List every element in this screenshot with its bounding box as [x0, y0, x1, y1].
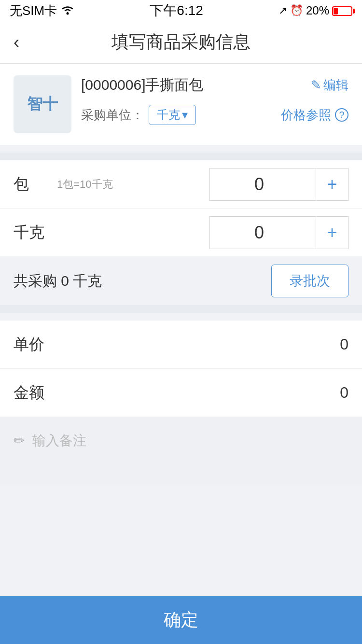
- bag-sublabel: 1包=10千克: [57, 177, 209, 192]
- amount-row: 金额 0: [0, 369, 362, 417]
- kg-input-row: 千克 +: [0, 209, 362, 257]
- amount-label: 金额: [14, 382, 44, 404]
- price-section: 单价 0 金额 0: [0, 321, 362, 417]
- location-icon: ↗: [278, 4, 287, 17]
- bag-label: 包: [14, 174, 52, 195]
- price-ref-icon: ?: [335, 108, 348, 122]
- kg-input[interactable]: [209, 216, 316, 249]
- section-divider-2: [0, 305, 362, 313]
- purchase-unit-row: 采购单位： 千克 ▾ 价格参照 ?: [81, 105, 348, 125]
- bag-input[interactable]: [209, 168, 316, 201]
- bag-input-row: 包 1包=10千克 +: [0, 160, 362, 209]
- nav-bar: ‹ 填写商品采购信息: [0, 21, 362, 64]
- product-info: [0000006]手撕面包 ✎ 编辑 采购单位： 千克 ▾ 价格参照 ?: [81, 75, 348, 125]
- record-batch-button[interactable]: 录批次: [271, 265, 348, 297]
- price-ref-label: 价格参照: [281, 107, 331, 124]
- edit-label: 编辑: [323, 77, 348, 94]
- battery-percent: 20%: [306, 4, 329, 17]
- confirm-button[interactable]: 确定: [0, 596, 362, 644]
- page-title: 填写商品采购信息: [111, 30, 251, 54]
- unit-dropdown-icon: ▾: [182, 108, 188, 122]
- back-button[interactable]: ‹: [14, 32, 19, 53]
- status-time: 下午6:12: [150, 1, 203, 20]
- total-row: 共采购 0 千克 录批次: [0, 257, 362, 305]
- product-card: 智十 [0000006]手撕面包 ✎ 编辑 采购单位： 千克 ▾: [0, 64, 362, 145]
- bag-plus-button[interactable]: +: [316, 168, 348, 201]
- unit-price-row: 单价 0: [0, 321, 362, 369]
- unit-label: 采购单位：: [81, 107, 144, 124]
- confirm-label: 确定: [164, 608, 198, 632]
- svg-point-0: [67, 12, 69, 14]
- remark-placeholder: 输入备注: [32, 432, 86, 450]
- product-full-name: [0000006]手撕面包: [81, 75, 203, 95]
- battery-icon: [332, 4, 352, 17]
- kg-label: 千克: [14, 222, 52, 243]
- product-thumbnail: 智十: [14, 75, 71, 133]
- status-right: ↗ ⏰ 20%: [278, 4, 352, 17]
- section-divider-1: [0, 153, 362, 160]
- status-bar: 无SIM卡 下午6:12 ↗ ⏰ 20%: [0, 0, 362, 21]
- alarm-icon: ⏰: [290, 4, 303, 17]
- unit-price-value: 0: [340, 336, 348, 353]
- unit-badge[interactable]: 千克 ▾: [149, 105, 196, 125]
- bag-input-wrap: +: [209, 168, 348, 201]
- total-label: 共采购 0 千克: [14, 271, 102, 291]
- edit-link[interactable]: ✎ 编辑: [311, 77, 348, 94]
- unit-price-label: 单价: [14, 334, 44, 355]
- product-name-row: [0000006]手撕面包 ✎ 编辑: [81, 75, 348, 95]
- kg-plus-button[interactable]: +: [316, 216, 348, 249]
- carrier-text: 无SIM卡: [10, 2, 57, 19]
- record-batch-label: 录批次: [290, 272, 330, 290]
- unit-text: 千克: [157, 107, 180, 123]
- price-ref-btn[interactable]: 价格参照 ?: [281, 107, 348, 124]
- kg-input-wrap: +: [209, 216, 348, 249]
- remark-section[interactable]: ✏ 输入备注: [0, 417, 362, 485]
- input-section: 包 1包=10千克 + 千克 + 共采购 0 千克 录批次: [0, 160, 362, 305]
- wifi-icon: [61, 3, 74, 18]
- remark-icon: ✏: [14, 433, 25, 448]
- unit-label-group: 采购单位： 千克 ▾: [81, 105, 196, 125]
- edit-icon: ✎: [311, 78, 321, 93]
- product-thumb-text: 智十: [27, 94, 58, 115]
- amount-value: 0: [340, 384, 348, 402]
- status-left: 无SIM卡: [10, 2, 74, 19]
